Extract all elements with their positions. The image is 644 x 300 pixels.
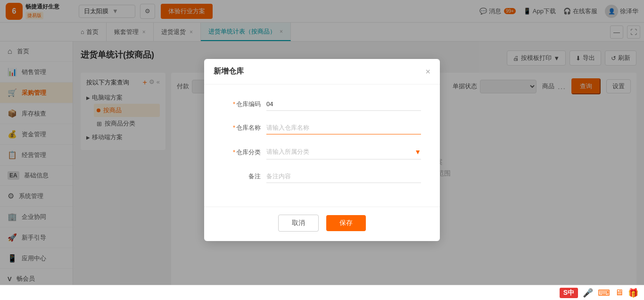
category-label: *仓库分类 xyxy=(223,148,261,157)
name-label: *仓库名称 xyxy=(223,124,261,132)
cancel-button[interactable]: 取消 xyxy=(278,215,319,232)
warehouse-note-input[interactable] xyxy=(266,170,421,183)
select-arrow-icon: ▼ xyxy=(414,148,421,156)
dialog-body: *仓库编码 *仓库名称 *仓库分类 请输入所属分类 ▼ xyxy=(204,84,440,207)
note-label: 备注 xyxy=(223,172,261,181)
dialog-close-button[interactable]: × xyxy=(425,67,430,76)
keyboard-icon[interactable]: ⌨ xyxy=(598,288,610,298)
dialog-header: 新增仓库 × xyxy=(204,59,440,84)
dialog-footer: 取消 保存 xyxy=(204,207,440,241)
warehouse-name-input[interactable] xyxy=(266,121,421,134)
warehouse-name-row: *仓库名称 xyxy=(223,121,421,134)
warehouse-note-row: 备注 xyxy=(223,170,421,183)
warehouse-category-row: *仓库分类 请输入所属分类 ▼ xyxy=(223,145,421,159)
mic-icon[interactable]: 🎤 xyxy=(583,288,593,298)
add-warehouse-dialog: 新增仓库 × *仓库编码 *仓库名称 *仓库分类 xyxy=(204,59,440,241)
save-button[interactable]: 保存 xyxy=(326,215,366,231)
brand-label: S中 xyxy=(560,288,578,298)
warehouse-code-input[interactable] xyxy=(266,98,421,111)
gift-icon[interactable]: 🎁 xyxy=(628,288,638,298)
monitor-icon[interactable]: 🖥 xyxy=(615,288,623,298)
dialog-title: 新增仓库 xyxy=(214,67,244,76)
code-label: *仓库编码 xyxy=(223,100,261,108)
status-bar: S中 🎤 ⌨ 🖥 🎁 xyxy=(0,285,644,300)
modal-overlay: 新增仓库 × *仓库编码 *仓库名称 *仓库分类 xyxy=(0,0,644,300)
warehouse-category-select[interactable]: 请输入所属分类 ▼ xyxy=(266,145,421,159)
warehouse-code-row: *仓库编码 xyxy=(223,98,421,111)
